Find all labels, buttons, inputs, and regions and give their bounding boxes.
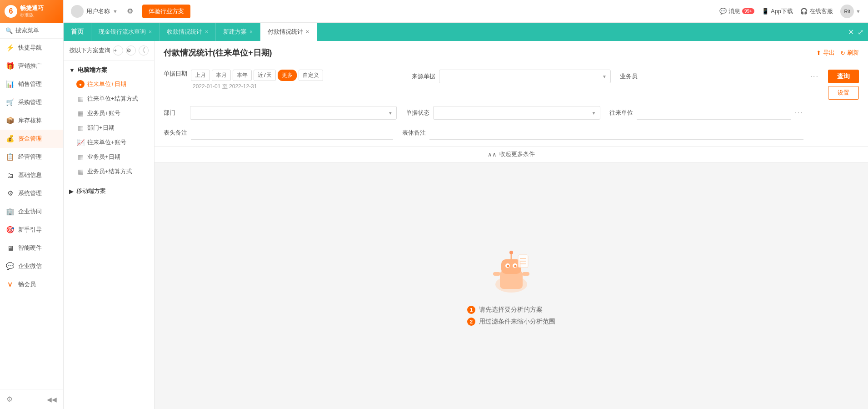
download-icon: 📱 [762, 8, 769, 15]
date-btn-7days[interactable]: 近7天 [254, 70, 276, 81]
app-download-btn[interactable]: 📱 App下载 [762, 7, 793, 15]
order-status-select[interactable]: ▼ [433, 106, 600, 120]
partner-more-btn[interactable]: ··· [795, 109, 803, 117]
sidebar-footer: ⚙ ◀◀ [0, 389, 63, 409]
mobile-scheme-group-title[interactable]: ▶ 移动端方案 [64, 184, 154, 198]
sidebar-item-purchase[interactable]: 🛒 采购管理 [0, 93, 63, 111]
scheme-item-staff-settle[interactable]: ▦ 业务员+结算方式 [64, 164, 154, 179]
sidebar-item-enterprise[interactable]: 🏢 企业协同 [0, 202, 63, 221]
wechat-icon: 💬 [5, 262, 15, 271]
sidebar-item-hardware[interactable]: 🖥 智能硬件 [0, 239, 63, 257]
tab-home-label: 首页 [71, 28, 84, 36]
breadcrumb-dropdown-arrow[interactable]: ▼ [113, 9, 118, 14]
staff-filter-label: 业务员 [620, 72, 643, 81]
scheme-item-staff-date[interactable]: ▦ 业务员+日期 [64, 150, 154, 164]
tab-new-scheme-close[interactable]: × [249, 29, 253, 35]
user-profile-btn[interactable]: Rit ▼ [840, 5, 861, 18]
date-btn-this-year[interactable]: 本年 [233, 70, 252, 81]
collapse-conditions-btn[interactable]: ∧∧ 收起更多条件 [155, 146, 868, 162]
tab-new-scheme[interactable]: 新建方案 × [216, 23, 260, 41]
desktop-group-label: 电脑端方案 [78, 66, 107, 74]
app-edition: 标准版 [20, 12, 44, 18]
trial-industry-btn[interactable]: 体验行业方案 [142, 5, 190, 18]
export-btn[interactable]: ⬆ 导出 [816, 49, 835, 57]
app-download-label: App下载 [771, 7, 793, 15]
sidebar-item-quick-nav[interactable]: ⚡ 快捷导航 [0, 39, 63, 57]
date-btn-last-month[interactable]: 上月 [191, 70, 210, 81]
order-status-arrow: ▼ [592, 111, 596, 116]
query-btn[interactable]: 查询 [828, 70, 859, 83]
tab-cash-flow-close[interactable]: × [149, 29, 152, 35]
date-btn-this-month[interactable]: 本月 [212, 70, 231, 81]
sidebar-item-system[interactable]: ⚙ 系统管理 [0, 184, 63, 202]
date-btn-more[interactable]: 更多 [278, 70, 297, 81]
date-btn-custom[interactable]: 自定义 [299, 70, 323, 81]
sidebar-search[interactable]: 🔍 搜索菜单 [0, 23, 63, 39]
scheme-item-unit-date[interactable]: ● 往来单位+日期 [64, 77, 154, 91]
sidebar-item-sales[interactable]: 📊 销售管理 [0, 75, 63, 93]
close-all-tabs-btn[interactable]: ✕ [848, 28, 854, 36]
scheme-item-unit-settle[interactable]: ▦ 往来单位+结算方式 [64, 91, 154, 106]
body-note-input[interactable] [429, 126, 803, 140]
refresh-btn[interactable]: ↻ 刷新 [840, 49, 859, 57]
tab-cash-flow[interactable]: 现金银行流水查询 × [91, 23, 160, 41]
tab-payment-stats-close[interactable]: × [306, 29, 309, 35]
empty-tips: 1 请先选择要分析的方案 2 用过滤条件来缩小分析范围 [467, 306, 555, 326]
export-icon: ⬆ [816, 50, 821, 56]
sidebar-item-operation[interactable]: 📋 经营管理 [0, 148, 63, 166]
operation-icon: 📋 [5, 152, 15, 162]
sidebar: 6 畅捷通巧 标准版 🔍 搜索菜单 ⚡ 快捷导航 🎁 营销推广 📊 销售管理 🛒… [0, 0, 64, 409]
sidebar-item-label: 采购管理 [18, 98, 42, 106]
svg-point-8 [509, 251, 513, 254]
sidebar-item-label: 畅会员 [18, 280, 36, 288]
user-dropdown-arrow[interactable]: ▼ [856, 9, 861, 14]
tab-payment-stats[interactable]: 付款情况统计 × [260, 23, 317, 41]
scheme-item-dept-date[interactable]: ▦ 部门+日期 [64, 121, 154, 135]
content-area: 按以下方案查询 + ⚙ 《 ▼ 电脑端方案 ● 往来单位+日期 [64, 41, 868, 409]
add-scheme-btn[interactable]: + [113, 45, 123, 56]
sidebar-item-label: 基础信息 [18, 171, 42, 179]
tab-receipt-stats-close[interactable]: × [205, 29, 208, 35]
source-order-select[interactable]: ▼ [439, 70, 611, 83]
date-filter-btns: 上月 本月 本年 近7天 更多 自定义 [191, 70, 323, 81]
scheme-panel-collapse-btn[interactable]: 《 [139, 45, 149, 56]
sidebar-item-wechat[interactable]: 💬 企业微信 [0, 257, 63, 275]
system-icon: ⚙ [5, 189, 15, 198]
staff-more-btn[interactable]: ··· [810, 72, 819, 81]
scheme-item-staff-account[interactable]: ▦ 业务员+账号 [64, 106, 154, 121]
fullscreen-btn[interactable]: ⤢ [858, 28, 863, 36]
sidebar-item-inventory[interactable]: 📦 库存核算 [0, 111, 63, 130]
tab-receipt-stats[interactable]: 收款情况统计 × [160, 23, 216, 41]
filter-settings-btn[interactable]: 设置 [828, 86, 859, 100]
customer-service-btn[interactable]: 🎧 在线客服 [800, 7, 833, 15]
desktop-scheme-group-title[interactable]: ▼ 电脑端方案 [64, 63, 154, 77]
topbar-gear-btn[interactable]: ⚙ [123, 5, 137, 18]
dept-select[interactable]: ▼ [190, 106, 397, 120]
scheme-settings-btn[interactable]: ⚙ [126, 45, 136, 56]
sidebar-item-guide[interactable]: 🎯 新手引导 [0, 221, 63, 239]
sidebar-item-label: 智能硬件 [18, 244, 42, 252]
sidebar-item-label: 系统管理 [18, 189, 42, 197]
header-note-input[interactable] [191, 126, 393, 140]
sidebar-item-label: 快捷导航 [18, 44, 42, 52]
svg-rect-9 [493, 272, 500, 276]
scheme-table-icon3: ▦ [76, 124, 85, 131]
tab-home[interactable]: 首页 [64, 23, 91, 41]
staff-input[interactable] [646, 70, 807, 83]
scheme-item-unit-account[interactable]: 📈 往来单位+账号 [64, 135, 154, 150]
refresh-icon: ↻ [840, 50, 845, 56]
messages-btn[interactable]: 💬 消息 99+ [719, 7, 754, 15]
partner-input[interactable] [637, 106, 791, 120]
sidebar-item-marketing[interactable]: 🎁 营销推广 [0, 57, 63, 75]
sidebar-item-label: 资金管理 [18, 135, 42, 143]
sidebar-item-base-info[interactable]: 🗂 基础信息 [0, 166, 63, 184]
sidebar-collapse-icon[interactable]: ◀◀ [47, 396, 57, 403]
body-note-label: 表体备注 [402, 129, 426, 137]
scheme-panel-header: 按以下方案查询 + ⚙ 《 [64, 41, 154, 61]
user-avatar: Rit [840, 5, 854, 18]
sidebar-settings-icon[interactable]: ⚙ [6, 395, 13, 404]
sidebar-item-capital[interactable]: 💰 资金管理 [0, 130, 63, 148]
partner-filter-label: 往来单位 [609, 109, 633, 117]
sidebar-item-vip[interactable]: V 畅会员 [0, 275, 63, 293]
group-arrow-right-icon: ▶ [69, 188, 74, 195]
